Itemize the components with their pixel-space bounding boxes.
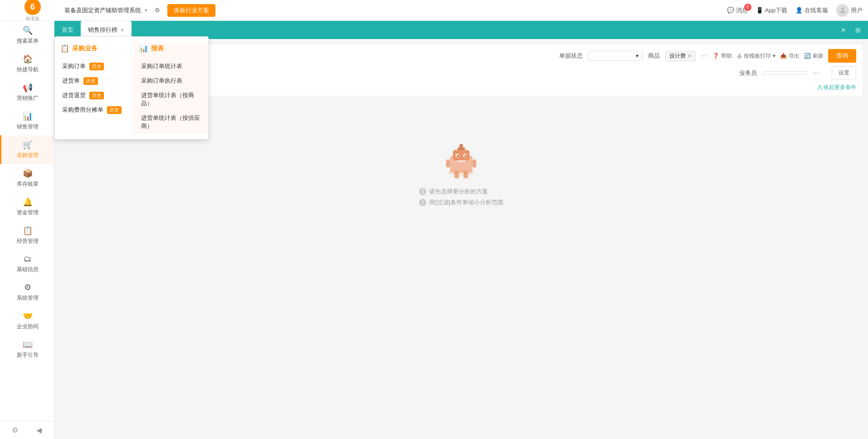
search-icon: 🔍 xyxy=(23,25,33,35)
tab-close-window-btn[interactable]: ✕ xyxy=(837,24,850,36)
message-btn[interactable]: 💬 消息 5 xyxy=(727,6,748,15)
top-header: 6 标准版 装备及固定资产辅助管理系统 ▾ ⚙ 体验行业方案 💬 消息 5 📱 … xyxy=(0,0,868,21)
newbie-icon: 📖 xyxy=(23,340,33,350)
help-icon: ❓ xyxy=(712,53,719,59)
set-btn[interactable]: 设置 xyxy=(832,66,856,79)
export-label: 导出 xyxy=(789,52,800,60)
user-area[interactable]: 用户 xyxy=(836,4,863,17)
industry-btn[interactable]: 体验行业方案 xyxy=(167,4,215,17)
sidebar-item-system[interactable]: ⚙ 系统管理 xyxy=(0,278,54,306)
svg-rect-9 xyxy=(446,159,450,168)
basic-icon: 🗂 xyxy=(24,254,32,264)
phone-icon: 📱 xyxy=(756,7,763,14)
sidebar-settings-btn[interactable]: ⚙ xyxy=(5,426,25,434)
svg-rect-11 xyxy=(454,172,459,178)
history-badge-3: 历史 xyxy=(107,106,122,114)
sidebar-item-sales-mgmt[interactable]: 📊 销售管理 xyxy=(0,107,54,135)
sidebar-item-newbie[interactable]: 📖 新手引导 xyxy=(0,335,54,364)
dropdown-col-purchase: 📋 采购业务 采购订单 历史 进货单 历史 进货退货 历史 xyxy=(55,42,130,133)
salesperson-more-btn[interactable]: ··· xyxy=(813,69,819,77)
svg-point-6 xyxy=(457,155,458,157)
goods-tag-value: 设计费 xyxy=(669,52,686,60)
dropdown-cols: 📋 采购业务 采购订单 历史 进货单 历史 进货退货 历史 xyxy=(55,42,208,133)
ops-icon: 📋 xyxy=(23,226,33,236)
help-btn[interactable]: ❓ 帮助 xyxy=(712,52,732,60)
dropdown-item-purchase-in[interactable]: 进货单 历史 xyxy=(60,74,124,88)
dropdown-item-report-2[interactable]: 进货单统计表（按商品） xyxy=(139,88,203,111)
empty-tip-2: 2 用[过滤]条件来缩小分析范围 xyxy=(419,198,503,207)
settings-icon-btn[interactable]: ⚙ xyxy=(151,4,164,17)
sidebar-item-enterprise[interactable]: 🤝 企业协同 xyxy=(0,306,54,335)
help-label: 帮助 xyxy=(721,52,732,60)
tab-bar-actions: ✕ ⊞ xyxy=(837,24,868,36)
report-item-3-label: 进货单统计表（按供应商） xyxy=(141,114,201,130)
dropdown-item-report-0[interactable]: 采购订单统计表 xyxy=(139,59,203,74)
svg-rect-13 xyxy=(458,147,465,150)
sidebar-label-ops: 经营管理 xyxy=(17,237,39,245)
dropdown-item-report-1[interactable]: 采购订单执行表 xyxy=(139,74,203,88)
headset-icon: 👤 xyxy=(795,7,803,14)
system-title: 装备及固定资产辅助管理系统 xyxy=(64,6,141,15)
sidebar-item-search-menu[interactable]: 🔍 搜索菜单 xyxy=(0,21,54,49)
dropdown-report-title: 📊 报表 xyxy=(139,42,203,54)
online-service-btn[interactable]: 👤 在线客服 xyxy=(795,6,828,15)
sidebar-label-quick-nav: 快捷导航 xyxy=(17,66,39,74)
system-arrow-icon: ▾ xyxy=(145,7,147,13)
sidebar-item-quick-nav[interactable]: 🏠 快捷导航 xyxy=(0,49,54,78)
sidebar-item-capital[interactable]: 🔔 资金管理 xyxy=(0,192,54,221)
logo-icon: 6 xyxy=(24,0,41,15)
dropdown-item-report-3[interactable]: 进货单统计表（按供应商） xyxy=(139,111,203,133)
report-item-1-label: 采购订单执行表 xyxy=(141,77,182,85)
purchase-order-label: 采购订单 xyxy=(62,62,86,70)
tab-close-icon[interactable]: ✕ xyxy=(120,27,124,33)
user-avatar xyxy=(836,4,849,17)
print-btn[interactable]: 🖨 按模板打印 ▾ xyxy=(736,52,775,60)
dropdown-arrow-icon: ▾ xyxy=(636,53,639,59)
sidebar-label-basic: 基础信息 xyxy=(17,266,39,273)
sidebar-item-basic[interactable]: 🗂 基础信息 xyxy=(0,250,54,278)
sidebar-item-marketing[interactable]: 📢 营销推广 xyxy=(0,78,54,107)
sidebar-label-sales: 销售管理 xyxy=(17,123,39,131)
svg-point-7 xyxy=(464,155,466,157)
sidebar-collapse-btn[interactable]: ◀ xyxy=(29,426,50,434)
dropdown-item-purchase-cost[interactable]: 采购费用分摊单 历史 xyxy=(60,103,124,117)
sidebar-item-purchase-mgmt[interactable]: 🛒 采购管理 xyxy=(0,135,54,164)
sales-icon: 📊 xyxy=(23,111,33,121)
toolbar-actions: ❓ 帮助 🖨 按模板打印 ▾ 📤 导出 🔄 xyxy=(712,49,856,63)
query-btn[interactable]: 查询 xyxy=(828,49,856,63)
system-title-area: 装备及固定资产辅助管理系统 ▾ ⚙ 体验行业方案 xyxy=(64,4,727,17)
message-icon: 💬 xyxy=(727,7,734,14)
sidebar-item-ops[interactable]: 📋 经营管理 xyxy=(0,221,54,250)
export-btn[interactable]: 📤 导出 xyxy=(780,52,800,60)
refresh-btn[interactable]: 🔄 刷新 xyxy=(804,52,824,60)
content-area: 首页 销售排行榜 ✕ ✕ ⊞ 2024-01-01 ~ 2024-12-31 xyxy=(54,21,868,439)
sidebar-label-enterprise: 企业协同 xyxy=(17,323,39,330)
salesperson-select[interactable] xyxy=(762,71,808,75)
tab-home-label: 首页 xyxy=(62,26,73,34)
export-icon: 📤 xyxy=(780,53,787,59)
user-label: 用户 xyxy=(851,6,863,15)
tip-text-1: 请先选择要分析的方案 xyxy=(429,187,488,196)
tab-maximize-btn[interactable]: ⊞ xyxy=(852,24,864,36)
goods-tag-close[interactable]: ✕ xyxy=(688,53,692,59)
home-icon: 🏠 xyxy=(23,54,33,64)
print-icon: 🖨 xyxy=(736,53,742,59)
sidebar-label-search: 搜索菜单 xyxy=(17,37,39,45)
sidebar-label-purchase: 采购管理 xyxy=(17,152,39,159)
collapse-btn[interactable]: ⋀ 收起更多条件 xyxy=(818,84,856,91)
print-label: 按模板打印 xyxy=(744,52,771,60)
sidebar-item-inventory[interactable]: 📦 库存核算 xyxy=(0,164,54,192)
doc-status-select[interactable]: ▾ xyxy=(588,51,643,61)
refresh-icon: 🔄 xyxy=(804,53,811,59)
dropdown-item-purchase-return[interactable]: 进货退货 历史 xyxy=(60,88,124,103)
message-badge: 5 xyxy=(744,4,751,11)
goods-more-btn[interactable]: ··· xyxy=(701,52,707,60)
app-download-btn[interactable]: 📱 App下载 xyxy=(756,6,787,15)
purchase-title-icon: 📋 xyxy=(60,44,69,53)
purchase-cost-label: 采购费用分摊单 xyxy=(62,106,103,114)
svg-rect-8 xyxy=(457,160,466,162)
dropdown-item-purchase-order[interactable]: 采购订单 历史 xyxy=(60,59,124,74)
empty-illustration xyxy=(439,137,484,182)
empty-tips: 1 请先选择要分析的方案 2 用[过滤]条件来缩小分析范围 xyxy=(419,187,503,207)
svg-rect-3 xyxy=(453,150,470,160)
